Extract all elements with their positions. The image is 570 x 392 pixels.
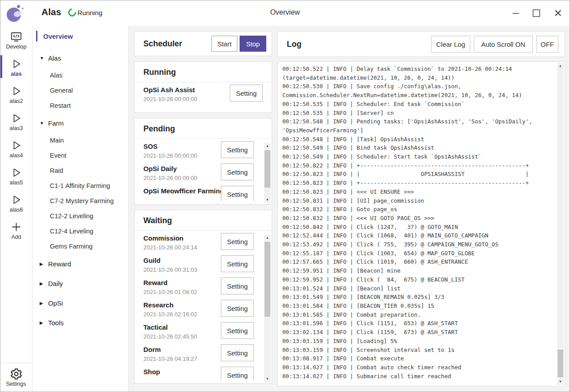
sidebar-item-alas2[interactable]: alas2 [0,80,32,107]
log-line: 00:13:01.549 | INFO | [BEACON_REMAIN 0.0… [282,293,553,302]
sidebar-item-add[interactable]: Add [0,216,32,243]
task-row: Guild2021-10-26 00:31:03Setting [134,253,272,275]
log-line: (target=datetime.datetime(2021, 10, 26, … [282,74,553,82]
log-line: 00:12:50.831 | INFO | [UI] page_commissi… [282,196,553,205]
rail-item-label: alas2 [10,98,23,104]
log-line: 00:12:50.842 | INFO | Click (1247, 37) @… [282,223,553,232]
nav-item-c12-4-leveling[interactable]: C12-4 Leveling [33,224,128,239]
develop-icon [10,30,22,44]
sidebar-item-develop[interactable]: Develop [0,26,32,53]
log-line: 00:13:14.027 | INFO | Submarine call tim… [282,372,553,381]
nav-item-c7-2-mystery-farming[interactable]: C7-2 Mystery Farming [33,193,128,208]
auto-scroll-off-button[interactable]: OFF [536,36,558,53]
nav-item-alas[interactable]: Alas [33,68,128,83]
sidebar-item-alas3[interactable]: alas3 [0,107,32,135]
setting-button[interactable]: Setting [221,300,254,317]
sidebar-item-alas4[interactable]: alas4 [0,135,32,162]
nav-menu: Overview ▼AlasAlasGeneralRestart▼FarmMai… [33,26,129,392]
setting-button[interactable]: Setting [221,233,254,250]
nav-overview-label: Overview [43,33,73,40]
play-icon [10,57,22,71]
nav-item-c1-1-affinity-farming[interactable]: C1-1 Affinity Farming [33,178,128,193]
section-title: Running [134,62,272,82]
scroll-up-icon[interactable]: ▲ [264,235,271,241]
setting-button[interactable]: Setting [221,344,254,361]
task-time: 2021-10-26 04:19:27 [143,355,222,362]
task-name: Research [143,301,222,309]
clear-log-button[interactable]: Clear Log [431,36,470,53]
task-time: 2021-10-26 01:08:02 [143,289,222,295]
task-time: 2021-10-26 00:00:00 [143,96,222,102]
task-name: SOS [143,143,222,150]
setting-button[interactable]: Setting [221,163,254,180]
setting-button[interactable]: Setting [221,367,254,380]
nav-item-restart[interactable]: Restart [33,98,128,113]
log-line: 00:13:03.159 | INFO | [Loading] 5% [282,337,553,346]
nav-group-farm[interactable]: ▼Farm [33,113,128,133]
nav-item-general[interactable]: General [33,83,128,98]
nav-group-opsi[interactable]: ▶OpSi [33,293,128,313]
scroll-down-icon[interactable]: ▼ [264,376,271,382]
log-line: 00:12:52.444 | INFO | Click (1068, 401) … [282,231,553,240]
sidebar-item-alas6[interactable]: alas6 [0,189,32,216]
sidebar-item-alas[interactable]: alas [0,53,32,80]
chevron-down-icon: ▼ [40,121,48,126]
nav-group-daily[interactable]: ▶Daily [33,274,128,293]
log-line: 00:13:01.585 | INFO | Combat preparation… [282,310,553,319]
scrollbar-thumb[interactable] [265,150,270,188]
play-icon [10,139,22,152]
log-line: 00:12:50.535 | INFO | [Server] cn [282,109,553,118]
task-time: 2021-10-26 00:31:03 [143,266,222,273]
nav-item-raid[interactable]: Raid [33,163,128,178]
scroll-down-icon[interactable]: ▼ [264,197,271,203]
log-line: Commission.Scheduler.NextRun=datetime.da… [282,91,553,100]
nav-item-event[interactable]: Event [33,148,128,163]
maximize-icon[interactable] [533,9,540,17]
task-row: OpSi Meowfficer FarmingSetting [134,184,272,201]
stop-button[interactable]: Stop [240,36,266,52]
close-icon[interactable]: ✕ [554,9,562,18]
titlebar: Alas Running Overview ✕ [0,0,570,26]
alas-logo-icon [6,4,25,23]
rail-item-label: alas5 [10,180,23,186]
task-name: OpSi Daily [143,165,222,172]
setting-button[interactable]: Setting [221,278,254,294]
rail-item-label: alas4 [10,152,23,159]
setting-button[interactable]: Setting [221,322,254,339]
nav-item-c12-2-leveling[interactable]: C12-2 Leveling [33,208,128,224]
scrollbar[interactable]: ▲▼ [264,235,271,382]
log-line: 00:12:50.530 | INFO | Save config ./conf… [282,82,553,91]
start-button[interactable]: Start [212,36,237,52]
scrollbar[interactable]: ▲▼ [264,143,271,203]
nav-group-reward[interactable]: ▶Reward [33,254,128,274]
scrollbar-thumb[interactable] [265,242,270,317]
log-line: 00:12:50.823 | INFO | +-----------------… [282,179,553,188]
window-controls: ✕ [513,0,562,26]
setting-button[interactable]: Setting [221,186,254,201]
sidebar-item-settings[interactable]: Settings [0,363,32,392]
auto-scroll-on-button[interactable]: Auto Scroll ON [474,36,533,53]
waiting-section: WaitingCommission2021-10-26 00:24:14Sett… [134,210,272,384]
setting-button[interactable]: Setting [230,85,263,102]
log-scrollbar[interactable]: ▲ ▼ [557,63,564,385]
nav-group-alas[interactable]: ▼Alas [33,48,128,68]
setting-button[interactable]: Setting [221,255,254,272]
task-time: 2021-10-26 00:24:14 [143,244,222,251]
nav-item-overview[interactable]: Overview [33,30,128,42]
log-output[interactable]: 00:12:50.522 | INFO | Delay task `Commis… [277,61,565,386]
sidebar-item-alas5[interactable]: alas5 [0,162,32,189]
nav-group-tools[interactable]: ▶Tools [33,313,128,332]
nav-item-gems-farming[interactable]: Gems Farming [33,239,128,254]
nav-item-main[interactable]: Main [33,133,128,148]
scrollbar-thumb[interactable] [558,350,563,377]
setting-button[interactable]: Setting [221,141,254,158]
minimize-icon[interactable] [513,13,519,14]
task-name: Tactical [143,323,222,331]
scroll-up-icon[interactable]: ▲ [557,63,564,69]
scroll-up-icon[interactable]: ▲ [264,143,271,149]
rail-item-label: alas6 [10,207,23,213]
scroll-down-icon[interactable]: ▼ [557,379,564,385]
body-area: Developalasalas2alas3alas4alas5alas6Add … [0,26,570,392]
log-column: Log Clear Log Auto Scroll ON OFF 00:12:5… [277,31,565,386]
scheduler-header: Scheduler Start Stop [134,31,272,56]
